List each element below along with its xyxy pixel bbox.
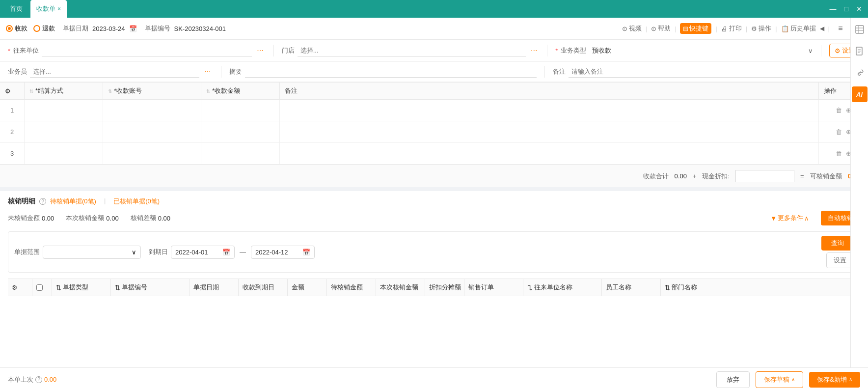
receipt-amount-label: *收款金额 <box>212 86 240 95</box>
staff-input[interactable] <box>30 66 199 78</box>
row-1-amount[interactable] <box>201 100 280 121</box>
close-tab-btn[interactable]: × <box>57 5 61 12</box>
shop-label: 门店 <box>282 46 295 55</box>
abandon-btn[interactable]: 放弃 <box>716 371 750 388</box>
row-3-delete-icon[interactable]: 🗑 <box>836 150 842 157</box>
date-to-picker[interactable]: 2022-04-12 📅 <box>251 246 315 259</box>
active-tab[interactable]: 收款单 × <box>30 0 67 18</box>
top-nav: 首页 收款单 × — □ ✕ <box>0 0 868 18</box>
save-draft-btn[interactable]: 保存草稿 ∧ <box>756 371 803 388</box>
summary-input[interactable] <box>245 66 537 78</box>
customer-label: 往来单位 <box>13 46 39 55</box>
discount-input[interactable] <box>735 170 794 182</box>
select-all-checkbox[interactable] <box>36 284 43 291</box>
row-2-settlement[interactable] <box>25 121 103 142</box>
help-btn[interactable]: ⊙ 帮助 <box>651 24 671 33</box>
sidebar-ai-icon[interactable]: Ai <box>852 86 868 102</box>
receipt-account-header: ⇅ *收款账号 <box>103 83 201 99</box>
list-view-btn[interactable]: ≡ <box>834 22 847 35</box>
doc-num-header: ⇅ 单据编号 <box>111 279 190 296</box>
operate-btn[interactable]: ⚙ 操作 <box>751 24 771 33</box>
row-3-remark[interactable] <box>280 143 819 164</box>
sidebar-doc-icon[interactable] <box>852 43 868 59</box>
row-2-delete-icon[interactable]: 🗑 <box>836 128 842 136</box>
operation-label-th: 操作 <box>824 86 837 95</box>
date-calendar-icon[interactable]: 📅 <box>129 25 137 32</box>
row-2-amount[interactable] <box>201 121 280 142</box>
filter-settings-btn[interactable]: 设置 <box>826 252 854 268</box>
footer-info-icon[interactable]: ? <box>35 376 42 383</box>
equal-label: = <box>800 172 804 180</box>
row-3-amount[interactable] <box>201 143 280 164</box>
staff-more-btn[interactable]: ··· <box>202 67 213 76</box>
row-3-settlement[interactable] <box>25 143 103 164</box>
difference-label: 核销差额 <box>131 214 156 223</box>
save-new-btn[interactable]: 保存&新增 ∧ <box>809 372 860 388</box>
home-tab[interactable]: 首页 <box>4 0 28 18</box>
gear-col-header[interactable]: ⚙ <box>0 83 25 99</box>
prev-btn[interactable]: ◀ <box>820 25 824 32</box>
row-1-settlement[interactable] <box>25 100 103 121</box>
maximize-btn[interactable]: □ <box>842 5 850 13</box>
bottom-gear-header[interactable]: ⚙ <box>8 279 32 296</box>
receipt-radio-dot <box>6 25 13 32</box>
tab-sep: | <box>104 197 106 206</box>
refund-radio[interactable]: 退款 <box>33 24 55 33</box>
recon-title-row: 核销明细 ? 待核销单据(0笔) | 已核销单据(0笔) <box>8 197 860 206</box>
remark-header: 备注 <box>280 83 819 99</box>
current-amount-header: 本次核销金额 <box>376 279 425 296</box>
doc-date-label-bth: 单据日期 <box>193 283 219 292</box>
current-amount-label-bth: 本次核销金额 <box>380 283 418 292</box>
remark-input[interactable] <box>569 66 860 78</box>
pending-tab[interactable]: 待核销单据(0笔) <box>50 197 96 206</box>
query-btn[interactable]: 查询 <box>821 236 854 251</box>
summary-field: 摘要 <box>229 66 537 78</box>
minimize-btn[interactable]: — <box>828 5 839 13</box>
sidebar-link-icon[interactable] <box>852 65 868 81</box>
receipt-radio[interactable]: 收款 <box>6 24 27 33</box>
table-gear-icon[interactable]: ⚙ <box>5 87 11 95</box>
bottom-gear-icon[interactable]: ⚙ <box>12 284 18 291</box>
video-btn[interactable]: ⊙ 视频 <box>622 24 642 33</box>
active-tab-label: 收款单 <box>36 4 55 13</box>
staff-name-header: 员工名称 <box>602 279 661 296</box>
print-icon: 🖨 <box>721 25 728 32</box>
row-1-remark[interactable] <box>280 100 819 121</box>
row-2-account[interactable] <box>103 121 201 142</box>
range-select[interactable]: ∨ <box>43 246 141 259</box>
window-close-btn[interactable]: ✕ <box>854 5 864 13</box>
completed-tab[interactable]: 已核销单据(0笔) <box>113 197 160 206</box>
doc-num-value: SK-20230324-001 <box>174 25 226 32</box>
row-3-account[interactable] <box>103 143 201 164</box>
sidebar-table-icon[interactable] <box>852 22 868 37</box>
recon-info-icon[interactable]: ? <box>39 198 46 205</box>
section-divider <box>0 187 868 191</box>
history-btn[interactable]: 📋 历史单据 <box>781 24 816 33</box>
shop-more-btn[interactable]: ··· <box>529 46 539 55</box>
sales-order-header: 销售订单 <box>464 279 523 296</box>
customer-input[interactable] <box>42 45 252 56</box>
doc-type-label: 单据类型 <box>63 283 88 292</box>
save-new-arrow: ∧ <box>849 377 852 382</box>
customer-required: * <box>8 47 10 55</box>
summary-row: 收款合计 0.00 + 现金折扣: = 可核销金额 0.00 <box>0 165 868 187</box>
dept-name-header: ⇅ 部门名称 <box>661 279 720 296</box>
row-1-delete-icon[interactable]: 🗑 <box>836 107 842 114</box>
receipt-table: ⚙ ⇅ *结算方式 ⇅ *收款账号 ⇅ *收款金额 备注 操作 1 <box>0 82 868 165</box>
row-1-num: 1 <box>0 100 25 121</box>
bottom-checkbox-header[interactable] <box>32 279 52 296</box>
video-label: 视频 <box>629 24 642 33</box>
row-2-remark[interactable] <box>280 121 819 142</box>
shortcut-btn[interactable]: ⊟ 快捷键 <box>680 23 711 34</box>
more-conditions-btn[interactable]: ▼ 更多条件 ∧ <box>770 214 809 223</box>
print-btn[interactable]: 🖨 打印 <box>721 24 742 33</box>
due-date-header: 收款到期日 <box>239 279 288 296</box>
row-1-account[interactable] <box>103 100 201 121</box>
customer-more-btn[interactable]: ··· <box>255 46 265 55</box>
date-from-picker[interactable]: 2022-04-01 📅 <box>171 246 235 259</box>
shop-input[interactable] <box>298 45 526 56</box>
biz-type-dropdown-icon[interactable]: ∨ <box>808 47 813 55</box>
current-recon-value: 0.00 <box>106 215 118 222</box>
date-to-value: 2022-04-12 <box>255 249 288 256</box>
discount-label-bth: 折扣分摊额 <box>429 283 461 292</box>
